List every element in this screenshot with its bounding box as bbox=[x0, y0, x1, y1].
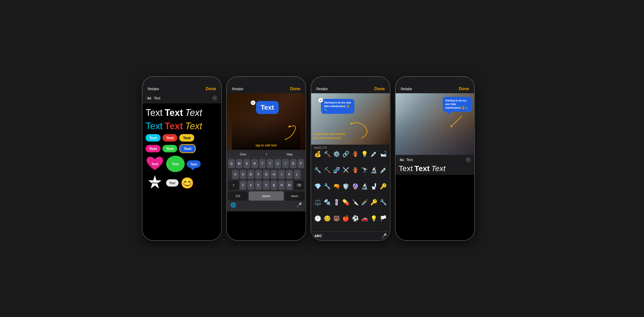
key-E[interactable]: E bbox=[244, 159, 250, 168]
text-style-starburst[interactable]: Text bbox=[146, 175, 164, 191]
editable-text-bubble[interactable]: Text bbox=[256, 101, 279, 114]
globe-icon[interactable]: 🌐 bbox=[230, 202, 236, 208]
key-R[interactable]: R bbox=[251, 159, 258, 168]
key-F[interactable]: F bbox=[255, 170, 262, 179]
emoji-wrench3[interactable]: 🔧 bbox=[379, 199, 388, 215]
speech-bubble-3[interactable]: Starting to do my own bike maintenance 😎… bbox=[321, 99, 354, 114]
emoji-bulb[interactable]: 💡 bbox=[360, 150, 369, 166]
text-style-pill-blue-selected[interactable]: Text bbox=[179, 144, 196, 153]
retake-button-4[interactable]: Retake bbox=[401, 87, 412, 91]
text-style-pill-cyan[interactable]: Text bbox=[146, 134, 160, 142]
emoji-travel-tab[interactable]: 🚗 bbox=[360, 215, 369, 231]
retake-button-3[interactable]: Retake bbox=[316, 87, 328, 91]
emoji-pistol[interactable]: 🔫 bbox=[332, 183, 341, 199]
close-bubble-button-2[interactable]: × bbox=[251, 100, 255, 105]
style-preview-bold[interactable]: Text bbox=[414, 164, 430, 173]
mic-icon-emoji[interactable]: 🎤 bbox=[381, 233, 387, 239]
emoji-hammer[interactable]: 🔨 bbox=[323, 150, 332, 166]
key-T[interactable]: T bbox=[259, 159, 266, 168]
text-style-regular[interactable]: Text bbox=[146, 107, 163, 118]
key-P[interactable]: P bbox=[298, 159, 304, 168]
emoji-money-bag[interactable]: 💰 bbox=[313, 150, 322, 166]
emoji-smiley-tab[interactable]: 😊 bbox=[323, 215, 332, 231]
close-text-tool-button[interactable]: × bbox=[212, 95, 218, 101]
key-H[interactable]: H bbox=[271, 170, 277, 179]
emoji-barber[interactable]: 💈 bbox=[332, 199, 341, 215]
done-button-4[interactable]: Done bbox=[459, 87, 469, 91]
text-style-cyan[interactable]: Text bbox=[146, 121, 163, 132]
text-style-yellow[interactable]: Text bbox=[185, 121, 202, 132]
emoji-telescope[interactable]: 🔭 bbox=[360, 166, 369, 182]
style-preview-italic[interactable]: Text bbox=[431, 164, 446, 173]
done-button-3[interactable]: Done bbox=[374, 87, 385, 91]
key-Y[interactable]: Y bbox=[267, 159, 273, 168]
text-style-circle-green[interactable]: Text bbox=[166, 156, 185, 172]
done-button-1[interactable]: Done bbox=[206, 87, 216, 91]
text-style-italic[interactable]: Text bbox=[185, 107, 202, 118]
done-button-2[interactable]: Done bbox=[290, 87, 300, 91]
key-U[interactable]: U bbox=[274, 159, 281, 168]
key-space[interactable]: space bbox=[249, 191, 283, 201]
emoji-wrench[interactable]: 🔧 bbox=[313, 166, 322, 182]
emoji-toilet[interactable]: 🚽 bbox=[369, 183, 378, 199]
key-Z[interactable]: Z bbox=[240, 181, 246, 190]
key-W[interactable]: W bbox=[236, 159, 243, 168]
emoji-food-tab[interactable]: 🍎 bbox=[341, 215, 350, 231]
emoji-syringe[interactable]: 💉 bbox=[369, 150, 378, 166]
emoji-bathtub[interactable]: 🛁 bbox=[379, 150, 388, 166]
key-G[interactable]: G bbox=[263, 170, 270, 179]
emoji-animal-tab[interactable]: 🐻 bbox=[332, 215, 341, 231]
emoji-pick[interactable]: ⛏️ bbox=[323, 166, 332, 182]
emoji-link[interactable]: 🔗 bbox=[341, 150, 350, 166]
key-M[interactable]: M bbox=[286, 181, 293, 190]
emoji-dna[interactable]: 🧬 bbox=[332, 166, 341, 182]
emoji-nut[interactable]: 🔩 bbox=[323, 199, 332, 215]
close-toolbar-button-4[interactable]: × bbox=[466, 157, 471, 163]
key-I[interactable]: I bbox=[282, 159, 289, 168]
key-L[interactable]: L bbox=[294, 170, 300, 179]
key-123[interactable]: 123 bbox=[228, 191, 248, 201]
key-C[interactable]: C bbox=[255, 181, 262, 190]
key-A[interactable]: A bbox=[232, 170, 239, 179]
retake-button-2[interactable]: Retake bbox=[232, 87, 243, 91]
text-style-speech-bubble-blue[interactable]: Text bbox=[187, 160, 201, 168]
emoji-shield[interactable]: 🛡️ bbox=[341, 183, 350, 199]
emoji-microscope2[interactable]: 🔬 bbox=[360, 183, 369, 199]
emoji-crystal-ball[interactable]: 🔮 bbox=[351, 183, 360, 199]
emoji-balance[interactable]: ⚖️ bbox=[313, 199, 322, 215]
key-delete[interactable]: ⌫ bbox=[294, 181, 304, 190]
emoji-activity-tab[interactable]: ⚽ bbox=[351, 215, 360, 231]
key-return[interactable]: return bbox=[285, 191, 305, 201]
emoji-knife[interactable]: 🔪 bbox=[351, 199, 360, 215]
emoji-flags-tab[interactable]: 🏳️ bbox=[379, 215, 388, 231]
key-shift[interactable]: ⇧ bbox=[228, 181, 239, 190]
emoji-gear[interactable]: ⚙️ bbox=[332, 150, 341, 166]
text-style-red[interactable]: Text bbox=[165, 121, 183, 132]
emoji-pill[interactable]: 💊 bbox=[341, 199, 350, 215]
text-style-pill-red[interactable]: Text bbox=[163, 134, 177, 142]
text-style-cloud[interactable]: Text bbox=[166, 179, 178, 187]
key-J[interactable]: J bbox=[278, 170, 285, 179]
close-bubble-button-3[interactable]: × bbox=[318, 98, 323, 102]
text-style-pill-pink[interactable]: Text bbox=[146, 145, 160, 152]
speech-bubble-4[interactable]: Starting to do my own bike maintenance 😎… bbox=[443, 97, 472, 112]
key-B[interactable]: B bbox=[271, 181, 277, 190]
emoji-microscope[interactable]: 🔬 bbox=[369, 166, 378, 182]
key-D[interactable]: D bbox=[247, 170, 254, 179]
emoji-dropper[interactable]: 💉 bbox=[379, 166, 388, 182]
key-N[interactable]: N bbox=[278, 181, 285, 190]
emoji-gem[interactable]: 💎 bbox=[313, 183, 322, 199]
suggestion-2[interactable]: I bbox=[266, 152, 267, 156]
text-style-emoji[interactable]: 😊 bbox=[181, 177, 194, 189]
key-Q[interactable]: Q bbox=[228, 159, 235, 168]
emoji-amphora[interactable]: 🏺 bbox=[351, 166, 360, 182]
emoji-dagger[interactable]: 🗡️ bbox=[360, 199, 369, 215]
text-style-bold[interactable]: Text bbox=[165, 107, 183, 118]
style-preview-regular[interactable]: Text bbox=[399, 164, 413, 173]
suggestion-1[interactable]: Ooo bbox=[240, 152, 246, 156]
text-style-heart[interactable]: Text bbox=[146, 156, 164, 172]
key-V[interactable]: V bbox=[263, 181, 270, 190]
key-X[interactable]: X bbox=[247, 181, 254, 190]
emoji-key2[interactable]: 🔑 bbox=[369, 199, 378, 215]
emoji-vase[interactable]: 🏺 bbox=[351, 150, 360, 166]
